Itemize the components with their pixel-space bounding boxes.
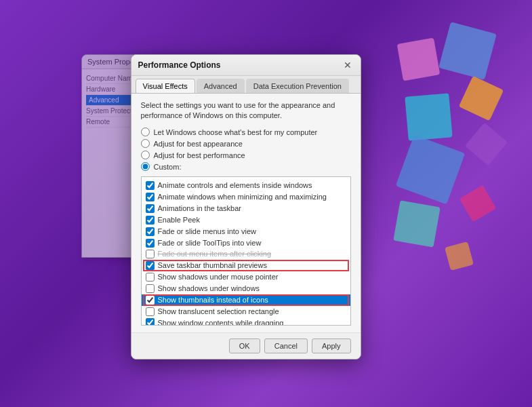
dialog-body: Select the settings you want to use for … [131,94,361,333]
checkbox-label-c13[interactable]: Show window contents while dragging [158,318,284,326]
checkbox-item-4: Enable Peek [142,214,350,226]
checkbox-item-10: Show shadows under windows [142,283,350,294]
radio-item-4: Custom: [141,162,351,171]
checkbox-c11[interactable] [146,296,155,305]
radio-best-appearance[interactable] [141,139,150,148]
tab-advanced[interactable]: Advanced [197,79,245,93]
checkbox-item-9: Show shadows under mouse pointer [142,271,350,283]
checkbox-label-c10[interactable]: Show shadows under windows [158,284,260,294]
checkbox-c8[interactable] [146,261,155,270]
checkbox-label-c11[interactable]: Show thumbnails instead of icons [158,295,268,305]
radio-item-1: Let Windows choose what's best for my co… [141,128,351,136]
checkbox-item-2: Animate windows when minimizing and maxi… [142,191,350,203]
checkbox-label-c5[interactable]: Fade or slide menus into view [158,227,257,237]
checkbox-item-12: Show translucent selection rectangle [142,306,350,317]
checkbox-c12[interactable] [146,307,155,316]
tab-data-execution[interactable]: Data Execution Prevention [246,79,349,93]
radio-item-2: Adjust for best appearance [141,139,351,148]
checkbox-c5[interactable] [146,227,155,236]
checkbox-c2[interactable] [146,193,155,201]
checkbox-item-1: Animate controls and elements inside win… [142,180,350,191]
checkbox-item-11: Show thumbnails instead of icons [142,294,350,306]
checkbox-label-c2[interactable]: Animate windows when minimizing and maxi… [158,192,327,202]
checkbox-c13[interactable] [146,318,155,326]
checkbox-item-13: Show window contents while dragging [142,317,350,326]
tab-visual-effects[interactable]: Visual Effects [136,79,195,93]
checkbox-c1[interactable] [146,181,155,190]
checkbox-c10[interactable] [146,284,155,293]
checkbox-item-7: Fade out menu items after clicking [142,248,350,260]
checkbox-c6[interactable] [146,239,155,248]
radio-group: Let Windows choose what's best for my co… [141,128,351,171]
dialog-title: Performance Options [138,60,221,70]
checkbox-item-5: Fade or slide menus into view [142,226,350,237]
dialog-footer: OK Cancel Apply [131,332,361,359]
checkbox-label-c8[interactable]: Save taskbar thumbnail previews [158,260,267,271]
radio-label-3[interactable]: Adjust for best performance [154,151,245,159]
performance-options-dialog: Performance Options ✕ Visual Effects Adv… [131,54,361,360]
radio-best-performance[interactable] [141,151,150,159]
checkbox-label-c4[interactable]: Enable Peek [158,215,200,225]
checkbox-item-6: Fade or slide ToolTips into view [142,237,350,249]
checkbox-label-c3[interactable]: Animations in the taskbar [158,204,242,214]
radio-item-3: Adjust for best performance [141,151,351,159]
close-button[interactable]: ✕ [342,59,354,71]
radio-label-4[interactable]: Custom: [154,163,182,171]
checkbox-c9[interactable] [146,273,155,282]
apply-button[interactable]: Apply [312,338,351,353]
dialog-tabs: Visual Effects Advanced Data Execution P… [131,76,361,94]
description-text: Select the settings you want to use for … [141,100,351,121]
background-decoration [376,27,512,298]
checkbox-c3[interactable] [146,204,155,213]
checkbox-c7[interactable] [146,250,155,258]
ok-button[interactable]: OK [229,338,260,353]
radio-label-1[interactable]: Let Windows choose what's best for my co… [154,128,318,136]
cancel-button[interactable]: Cancel [264,338,308,353]
dialog-titlebar: Performance Options ✕ [131,55,361,76]
checkbox-label-c7[interactable]: Fade out menu items after clicking [158,249,272,259]
checkbox-item-3: Animations in the taskbar [142,203,350,214]
radio-label-2[interactable]: Adjust for best appearance [154,140,243,148]
checkbox-list: Animate controls and elements inside win… [141,176,351,326]
checkbox-item-8: Save taskbar thumbnail previews [142,260,350,271]
radio-windows-choose[interactable] [141,128,150,136]
radio-custom[interactable] [141,162,150,171]
checkbox-label-c1[interactable]: Animate controls and elements inside win… [158,180,312,191]
checkbox-c4[interactable] [146,216,155,225]
checkbox-label-c9[interactable]: Show shadows under mouse pointer [158,272,279,282]
checkbox-label-c6[interactable]: Fade or slide ToolTips into view [158,238,262,248]
checkbox-label-c12[interactable]: Show translucent selection rectangle [158,307,279,317]
